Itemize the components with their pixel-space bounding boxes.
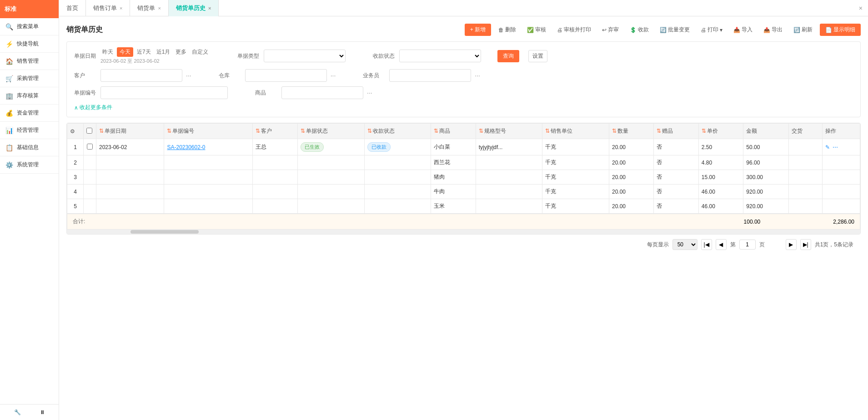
th-price[interactable]: ⇅单价: [698, 124, 743, 139]
shortcut-yesterday[interactable]: 昨天: [100, 47, 115, 57]
page-size-select[interactable]: 50 100 200: [672, 239, 697, 250]
row-no[interactable]: [164, 170, 253, 185]
sidebar: 标准 🔍 搜索菜单 ⚡ 快捷导航 🏠 销售管理 🛒 采购管理 🏢 库存核算 💰 …: [0, 0, 59, 420]
collect-button[interactable]: 💲 收款: [626, 24, 652, 35]
select-all-checkbox[interactable]: [86, 128, 92, 134]
sidebar-pause-icon[interactable]: ⏸: [40, 409, 45, 415]
row-checkbox[interactable]: [87, 144, 93, 150]
more-action[interactable]: ⋯: [833, 144, 838, 150]
sidebar-item-operation[interactable]: 📊 经营管理: [0, 122, 59, 139]
row-no[interactable]: [164, 155, 253, 170]
doctype-select[interactable]: [264, 50, 346, 62]
refresh-button[interactable]: 🔃 刷新: [790, 24, 816, 35]
filter-group-collect: 收款状态: [373, 50, 481, 62]
sidebar-item-base[interactable]: 📋 基础信息: [0, 139, 59, 156]
row-customer: 王总: [253, 139, 297, 155]
th-customer[interactable]: ⇅客户: [253, 124, 297, 139]
page-input[interactable]: [739, 240, 756, 250]
abandon-button[interactable]: ↩ 弃审: [598, 24, 622, 35]
row-no[interactable]: [164, 185, 253, 199]
th-date[interactable]: ⇅单据日期: [96, 124, 164, 139]
collapse-button[interactable]: ∧ 收起更多条件: [74, 104, 853, 111]
print-button[interactable]: 🖨 打印 ▾: [697, 24, 726, 35]
export-button[interactable]: 📤 导出: [760, 24, 786, 35]
tab-close-sales-order[interactable]: ×: [120, 5, 122, 11]
first-page-btn[interactable]: |◀: [701, 239, 712, 250]
shortcut-more[interactable]: 更多: [174, 47, 188, 57]
th-gear[interactable]: ⚙: [67, 124, 84, 139]
row-action: [823, 170, 860, 185]
goods-dots[interactable]: ···: [367, 89, 372, 96]
docno-input[interactable]: [100, 86, 228, 99]
delete-button[interactable]: 🗑 删除: [495, 24, 520, 35]
main-area: 首页 销售订单 × 销货单 × 销货单历史 × × 销货单历史 + 新增 🗑 删…: [59, 0, 868, 420]
sidebar-item-label: 采购管理: [17, 75, 39, 82]
customer-input[interactable]: [100, 69, 182, 82]
doc-no-link[interactable]: SA-20230602-0: [167, 144, 205, 150]
warehouse-input[interactable]: [245, 69, 327, 82]
warehouse-dots[interactable]: ···: [331, 72, 336, 79]
tab-sales-order[interactable]: 销售订单 ×: [86, 0, 130, 16]
import-button[interactable]: 📥 导入: [730, 24, 756, 35]
sidebar-item-finance[interactable]: 💰 资金管理: [0, 105, 59, 122]
query-button[interactable]: 查询: [497, 50, 519, 62]
last-page-btn[interactable]: ▶|: [800, 239, 811, 250]
sidebar-item-label: 资金管理: [17, 109, 39, 117]
scrollbar[interactable]: [67, 230, 860, 234]
row-no[interactable]: SA-20230602-0: [164, 139, 253, 155]
th-collect-status[interactable]: ⇅收款状态: [364, 124, 431, 139]
sidebar-item-search[interactable]: 🔍 搜索菜单: [0, 18, 59, 35]
staff-input[interactable]: [389, 69, 471, 82]
sidebar-item-system[interactable]: ⚙️ 系统管理: [0, 156, 59, 174]
shortcut-today[interactable]: 今天: [117, 47, 133, 57]
scrollbar-thumb[interactable]: [130, 230, 199, 234]
th-unit[interactable]: ⇅销售单位: [542, 124, 609, 139]
tab-close-sales-history[interactable]: ×: [208, 5, 211, 11]
th-no[interactable]: ⇅单据编号: [164, 124, 253, 139]
staff-dots[interactable]: ···: [475, 72, 480, 79]
th-amount[interactable]: 金额: [743, 124, 789, 139]
tab-sales-history[interactable]: 销货单历史 ×: [169, 0, 219, 16]
audit-button[interactable]: ✅ 审核: [523, 24, 550, 35]
sidebar-item-shortcut[interactable]: ⚡ 快捷导航: [0, 35, 59, 53]
th-goods[interactable]: ⇅商品: [431, 124, 476, 139]
row-collect-status: [364, 155, 431, 170]
audit-print-button[interactable]: 🖨 审核并打印: [553, 24, 595, 35]
next-page-btn[interactable]: ▶: [786, 239, 797, 250]
shortcut-1month[interactable]: 近1月: [155, 47, 172, 57]
settings-button[interactable]: 设置: [528, 50, 547, 62]
tab-close-sales-goods[interactable]: ×: [158, 5, 161, 11]
shortcut-custom[interactable]: 自定义: [190, 47, 210, 57]
th-trade[interactable]: 交货: [789, 124, 823, 139]
edit-action[interactable]: ✎: [825, 144, 830, 150]
tab-close-all[interactable]: ×: [853, 5, 868, 12]
row-collect-status: [364, 199, 431, 214]
th-gift[interactable]: ⇅赠品: [654, 124, 698, 139]
sidebar-settings-icon[interactable]: 🔧: [14, 409, 21, 415]
row-customer: [253, 185, 297, 199]
new-button[interactable]: + 新增: [465, 24, 491, 36]
th-check[interactable]: [84, 124, 96, 139]
goods-filter-label: 商品: [255, 89, 278, 97]
row-collect-status: [364, 170, 431, 185]
th-doc-status[interactable]: ⇅单据状态: [297, 124, 364, 139]
tab-home[interactable]: 首页: [59, 0, 86, 16]
sidebar-item-sales[interactable]: 🏠 销售管理: [0, 53, 59, 70]
filter-group-goods: 商品 ···: [255, 86, 372, 99]
sidebar-item-purchase[interactable]: 🛒 采购管理: [0, 70, 59, 87]
page-label-pre: 第: [730, 241, 736, 249]
tab-sales-goods[interactable]: 销货单 ×: [130, 0, 168, 16]
sidebar-title: 标准: [5, 5, 16, 13]
prev-page-btn[interactable]: ◀: [716, 239, 727, 250]
show-details-button[interactable]: 📄 显示明细: [820, 24, 861, 36]
row-no[interactable]: [164, 199, 253, 214]
th-spec[interactable]: ⇅规格型号: [476, 124, 542, 139]
batch-change-button[interactable]: 🔄 批量变更: [656, 24, 693, 35]
sidebar-item-inventory[interactable]: 🏢 库存核算: [0, 87, 59, 105]
th-qty[interactable]: ⇅数量: [609, 124, 653, 139]
customer-dots[interactable]: ···: [186, 72, 191, 79]
collect-select[interactable]: [399, 50, 481, 62]
shortcut-7days[interactable]: 近7天: [135, 47, 153, 57]
goods-input[interactable]: [281, 86, 363, 99]
import-icon: 📥: [733, 27, 740, 33]
